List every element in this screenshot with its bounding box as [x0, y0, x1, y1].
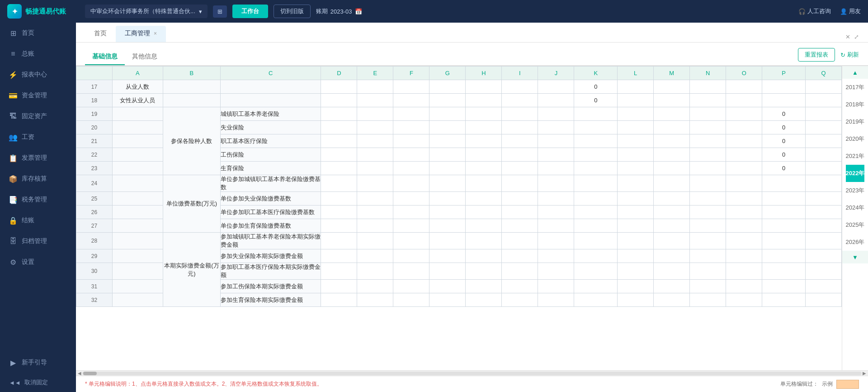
cell-J-20[interactable]: [538, 121, 574, 134]
cell-G-19[interactable]: [429, 107, 466, 121]
sidebar-item-tax[interactable]: 📑 税务管理: [0, 189, 76, 210]
h-scroll[interactable]: ◀ ▶: [76, 370, 868, 376]
cell-p-25[interactable]: [762, 192, 806, 206]
cell-I-21[interactable]: [502, 134, 538, 148]
copy-btn[interactable]: ⊞: [213, 5, 227, 18]
cell-F-28[interactable]: [393, 233, 429, 249]
consult-btn[interactable]: 🎧 人工咨询: [798, 7, 831, 15]
cell-q-18[interactable]: [806, 94, 842, 107]
cell-lo-31-1[interactable]: [654, 280, 690, 293]
cell-lo-24-2[interactable]: [690, 175, 726, 192]
sidebar-item-archive[interactable]: 🗄 归档管理: [0, 231, 76, 252]
sidebar-item-asset[interactable]: 🏗 固定资产: [0, 106, 76, 127]
cell-E-22[interactable]: [357, 148, 393, 162]
cell-lo-25-2[interactable]: [690, 192, 726, 206]
cell-q-24[interactable]: [806, 175, 842, 192]
cell-G-20[interactable]: [429, 121, 466, 134]
cell-lo-21-1[interactable]: [654, 134, 690, 148]
cell-q-23[interactable]: [806, 162, 842, 175]
cell-p-18[interactable]: [762, 94, 806, 107]
cell-D-21[interactable]: [321, 134, 357, 148]
cell-c-26[interactable]: 单位参加职工基本医疗保险缴费基数: [221, 206, 321, 219]
cell-E-29[interactable]: [357, 249, 393, 263]
cell-k-18[interactable]: 0: [574, 94, 618, 107]
cell-lo-27-0[interactable]: [618, 219, 654, 233]
cell-I-27[interactable]: [502, 219, 538, 233]
cell-p-24[interactable]: [762, 175, 806, 192]
cell-G-28[interactable]: [429, 233, 466, 249]
cell-E-21[interactable]: [357, 134, 393, 148]
cell-lo-32-3[interactable]: [726, 293, 762, 307]
cell-J-24[interactable]: [538, 175, 574, 192]
user-btn[interactable]: 👤 用友: [840, 7, 861, 15]
cell-p-29[interactable]: [762, 249, 806, 263]
cell-lo-24-1[interactable]: [654, 175, 690, 192]
cell-k-31[interactable]: [574, 280, 618, 293]
cell-J-17[interactable]: [538, 80, 574, 94]
cell-D-25[interactable]: [321, 192, 357, 206]
cell-E-26[interactable]: [357, 206, 393, 219]
cell-a-25[interactable]: [113, 192, 163, 206]
cell-lo-29-2[interactable]: [690, 249, 726, 263]
cell-k-27[interactable]: [574, 219, 618, 233]
cell-c-25[interactable]: 单位参加失业保险缴费基数: [221, 192, 321, 206]
cell-E-18[interactable]: [357, 94, 393, 107]
cell-lo-26-2[interactable]: [690, 206, 726, 219]
cell-a-17[interactable]: 从业人数: [113, 80, 163, 94]
cell-D-27[interactable]: [321, 219, 357, 233]
cell-lo-28-1[interactable]: [654, 233, 690, 249]
cell-q-31[interactable]: [806, 280, 842, 293]
tab-industrial[interactable]: 工商管理 ×: [116, 26, 166, 42]
cell-a-19[interactable]: [113, 107, 163, 121]
cell-E-20[interactable]: [357, 121, 393, 134]
cell-J-18[interactable]: [538, 94, 574, 107]
cell-lo-20-3[interactable]: [726, 121, 762, 134]
cell-E-19[interactable]: [357, 107, 393, 121]
cell-G-25[interactable]: [429, 192, 466, 206]
year-up-arrow[interactable]: ▲: [842, 66, 868, 79]
calendar-icon[interactable]: 📅: [355, 8, 362, 15]
cell-D-28[interactable]: [321, 233, 357, 249]
cell-c-31[interactable]: 参加工伤保险本期实际缴费金额: [221, 280, 321, 293]
cell-lo-30-3[interactable]: [726, 263, 762, 280]
cell-J-30[interactable]: [538, 263, 574, 280]
cell-G-24[interactable]: [429, 175, 466, 192]
cell-F-23[interactable]: [393, 162, 429, 175]
cell-lo-25-0[interactable]: [618, 192, 654, 206]
cell-q-26[interactable]: [806, 206, 842, 219]
cell-c-28[interactable]: 参加城镇职工基本养老保险本期实际缴费金额: [221, 233, 321, 249]
cell-J-31[interactable]: [538, 280, 574, 293]
cell-a-21[interactable]: [113, 134, 163, 148]
cell-J-22[interactable]: [538, 148, 574, 162]
cell-lo-22-1[interactable]: [654, 148, 690, 162]
cell-J-23[interactable]: [538, 162, 574, 175]
cell-lo-29-3[interactable]: [726, 249, 762, 263]
sub-tab-basic[interactable]: 基础信息: [85, 49, 125, 65]
cell-F-26[interactable]: [393, 206, 429, 219]
cell-F-27[interactable]: [393, 219, 429, 233]
cell-I-29[interactable]: [502, 249, 538, 263]
cell-k-20[interactable]: [574, 121, 618, 134]
cell-H-27[interactable]: [466, 219, 502, 233]
cell-c-20[interactable]: 失业保险: [221, 121, 321, 134]
cell-G-31[interactable]: [429, 280, 466, 293]
cell-lo-26-1[interactable]: [654, 206, 690, 219]
cell-I-17[interactable]: [502, 80, 538, 94]
new-guide-item[interactable]: ▶ 新手引导: [0, 352, 76, 373]
cell-J-27[interactable]: [538, 219, 574, 233]
cell-F-25[interactable]: [393, 192, 429, 206]
company-selector[interactable]: 中审众环会计师事务所（特殊普通合伙... ▾: [85, 5, 208, 18]
cell-q-22[interactable]: [806, 148, 842, 162]
cell-G-17[interactable]: [429, 80, 466, 94]
sidebar-item-settings[interactable]: ⚙ 设置: [0, 252, 76, 272]
cell-a-30[interactable]: [113, 263, 163, 280]
cell-F-17[interactable]: [393, 80, 429, 94]
cell-J-21[interactable]: [538, 134, 574, 148]
cell-c-32[interactable]: 参加生育保险本期实际缴费金额: [221, 293, 321, 307]
cell-lo-23-3[interactable]: [726, 162, 762, 175]
cell-lo-17-2[interactable]: [690, 80, 726, 94]
cell-D-26[interactable]: [321, 206, 357, 219]
year-item-2019年[interactable]: 2019年: [846, 113, 865, 130]
cell-lo-23-1[interactable]: [654, 162, 690, 175]
cell-a-32[interactable]: [113, 293, 163, 307]
